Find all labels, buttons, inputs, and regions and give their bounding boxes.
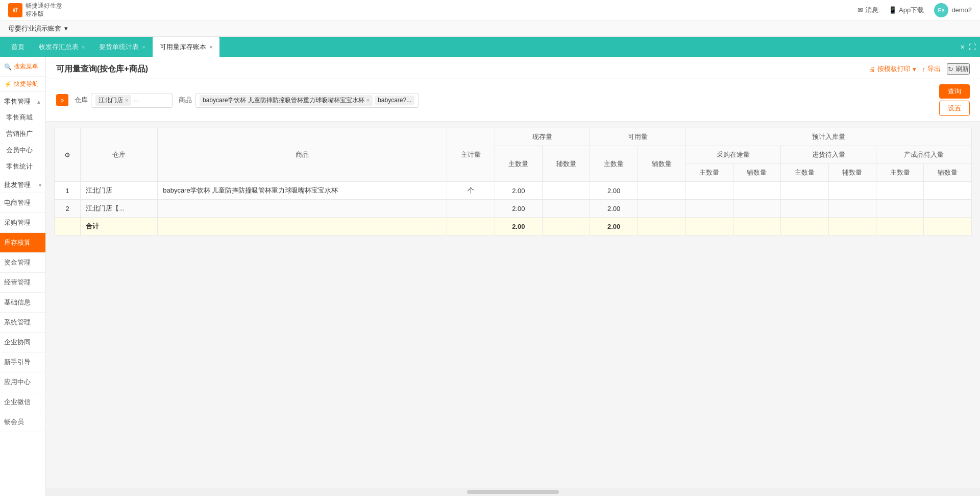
remove-product-tag-1[interactable]: × <box>366 97 370 103</box>
td-purchase-main <box>685 182 733 200</box>
sidebar-search[interactable]: 🔍 搜索菜单 <box>0 57 45 77</box>
th-stock-aux: 辅数量 <box>543 146 590 182</box>
industry-select[interactable]: 母婴行业演示账套 ▾ <box>8 24 68 33</box>
sidebar-item-newguide[interactable]: 新手引导 <box>0 352 45 372</box>
avatar: Ea <box>934 3 948 17</box>
sidebar: 🔍 搜索菜单 ⚡ 快捷导航 零售管理 ▲ 零售商城 营销推广 会员中心 零售统计… <box>0 57 46 496</box>
th-production-main: 主数量 <box>876 164 923 182</box>
more-options-icon[interactable]: ··· <box>133 97 139 104</box>
refresh-button[interactable]: ↻ 刷新 <box>947 63 970 75</box>
remove-warehouse-tag[interactable]: × <box>125 97 128 103</box>
td-available-aux <box>638 182 685 200</box>
settings-button[interactable]: 设置 <box>939 101 970 116</box>
logo-area: 好 畅捷通好生意 标准版 <box>8 2 62 18</box>
sidebar-group-wholesale: 批发管理 ▾ <box>0 175 45 193</box>
td-product: babycare学饮杯 儿童防摔防撞吸管杯重力球吸嘴杯宝宝水杯 <box>158 182 447 200</box>
th-stock-group: 现存量 <box>495 128 590 146</box>
print-button[interactable]: 🖨 按模板打印 ▾ <box>869 64 916 74</box>
logo-text: 畅捷通好生意 标准版 <box>26 2 62 18</box>
th-purchase-main: 主数量 <box>685 164 733 182</box>
double-arrow-icon: » <box>61 97 64 104</box>
message-icon: ✉ <box>857 6 863 14</box>
maximize-icon[interactable]: ⛶ <box>969 43 976 51</box>
th-purchase-group: 采购在途量 <box>685 146 781 164</box>
table-row: 1 江北门店 babycare学饮杯 儿童防摔防撞吸管杯重力球吸嘴杯宝宝水杯 个… <box>55 182 972 200</box>
sidebar-item-marketing[interactable]: 营销推广 <box>0 126 45 142</box>
td-subtotal-stock-main: 2.00 <box>495 200 542 218</box>
sidebar-item-purchase[interactable]: 采购管理 <box>0 213 45 232</box>
main-area: 🔍 搜索菜单 ⚡ 快捷导航 零售管理 ▲ 零售商城 营销推广 会员中心 零售统计… <box>0 57 980 496</box>
tab-bar: 首页 收发存汇总表 × 要货单统计表 × 可用量库存账本 × × ⛶ <box>0 37 980 57</box>
sidebar-item-finance[interactable]: 资金管理 <box>0 253 45 272</box>
close-icon[interactable]: × <box>209 44 212 50</box>
sidebar-item-wechat[interactable]: 企业微信 <box>0 392 45 412</box>
sidebar-group-ecommerce: 电商管理 <box>0 193 45 213</box>
tab-home[interactable]: 首页 <box>4 37 32 57</box>
th-incoming-aux: 辅数量 <box>828 164 876 182</box>
th-settings[interactable]: ⚙ <box>55 128 81 182</box>
export-icon: ↑ <box>922 65 926 73</box>
table-area: ⚙ 仓库 商品 主计量 现存量 可用量 预计入库量 主数量 辅数量 主数量 辅数… <box>46 122 980 488</box>
td-production-main <box>876 182 923 200</box>
sidebar-item-system[interactable]: 系统管理 <box>0 313 45 332</box>
td-total-production-main <box>876 218 923 235</box>
user-menu[interactable]: Ea demo2 <box>934 3 972 17</box>
tab-receive[interactable]: 收发存汇总表 × <box>32 37 92 57</box>
td-total-purchase-main <box>685 218 733 235</box>
sidebar-nav[interactable]: ⚡ 快捷导航 <box>0 77 45 92</box>
sidebar-item-retail-stats[interactable]: 零售统计 <box>0 158 45 175</box>
sidebar-item-ecommerce[interactable]: 电商管理 <box>0 193 45 212</box>
warehouse-tag: 江北门店 × <box>95 95 131 106</box>
sidebar-group-basic: 基础信息 <box>0 293 45 313</box>
sidebar-item-basic[interactable]: 基础信息 <box>0 293 45 312</box>
sidebar-group-appstore: 应用中心 <box>0 372 45 392</box>
sidebar-item-inventory[interactable]: 库存核算 <box>0 233 45 252</box>
td-total-available-aux <box>638 218 685 235</box>
td-subtotal-production-main <box>876 200 923 218</box>
close-icon[interactable]: × <box>142 44 145 50</box>
close-all-icon[interactable]: × <box>961 43 965 51</box>
td-subtotal-no: 2 <box>55 200 81 218</box>
sidebar-group-finance: 资金管理 <box>0 253 45 273</box>
th-incoming-main: 主数量 <box>781 164 828 182</box>
sidebar-group-purchase: 采购管理 <box>0 213 45 233</box>
product-filter: 商品 babycare学饮杯 儿童防摔防撞吸管杯重力球吸嘴杯宝宝水杯 × bab… <box>179 93 419 108</box>
sidebar-item-appstore[interactable]: 应用中心 <box>0 372 45 392</box>
td-warehouse: 江北门店 <box>81 182 158 200</box>
sidebar-group-system: 系统管理 <box>0 313 45 333</box>
sidebar-item-retail-mall[interactable]: 零售商城 <box>0 109 45 126</box>
th-warehouse: 仓库 <box>81 128 158 182</box>
sidebar-item-changhui[interactable]: 畅会员 <box>0 412 45 432</box>
th-unit: 主计量 <box>447 128 495 182</box>
sidebar-item-member[interactable]: 会员中心 <box>0 142 45 158</box>
message-button[interactable]: ✉ 消息 <box>857 6 878 15</box>
tab-order[interactable]: 要货单统计表 × <box>92 37 152 57</box>
th-stock-main: 主数量 <box>495 146 542 182</box>
page-actions: 🖨 按模板打印 ▾ ↑ 导出 ↻ 刷新 <box>869 63 970 75</box>
td-total-available-main: 2.00 <box>590 218 638 235</box>
td-incoming-main <box>781 182 828 200</box>
sidebar-item-operation[interactable]: 经营管理 <box>0 273 45 292</box>
sidebar-group-retail-title[interactable]: 零售管理 ▲ <box>0 92 45 109</box>
th-product: 商品 <box>158 128 447 182</box>
td-purchase-aux <box>733 182 780 200</box>
query-button[interactable]: 查询 <box>939 84 970 99</box>
scrollbar-thumb[interactable] <box>467 490 559 494</box>
product-input[interactable]: babycare学饮杯 儿童防摔防撞吸管杯重力球吸嘴杯宝宝水杯 × babyca… <box>195 93 419 108</box>
th-incoming-group: 进货待入量 <box>781 146 876 164</box>
data-table: ⚙ 仓库 商品 主计量 现存量 可用量 预计入库量 主数量 辅数量 主数量 辅数… <box>54 128 972 235</box>
sidebar-group-wholesale-title[interactable]: 批发管理 ▾ <box>0 175 45 193</box>
sidebar-group-operation: 经营管理 <box>0 273 45 293</box>
horizontal-scrollbar[interactable] <box>46 488 980 496</box>
th-available-group: 可用量 <box>590 128 685 146</box>
phone-icon: 📱 <box>889 6 897 14</box>
export-button[interactable]: ↑ 导出 <box>922 64 941 74</box>
sidebar-item-enterprise[interactable]: 企业协同 <box>0 333 45 352</box>
app-download-button[interactable]: 📱 App下载 <box>889 6 924 15</box>
close-icon[interactable]: × <box>82 44 85 50</box>
tab-available[interactable]: 可用量库存账本 × <box>153 37 219 57</box>
td-total-purchase-aux <box>733 218 780 235</box>
chevron-up-icon: ▲ <box>36 99 41 105</box>
warehouse-input[interactable]: 江北门店 × ··· <box>91 93 173 108</box>
filter-expand-button[interactable]: » <box>56 94 68 106</box>
